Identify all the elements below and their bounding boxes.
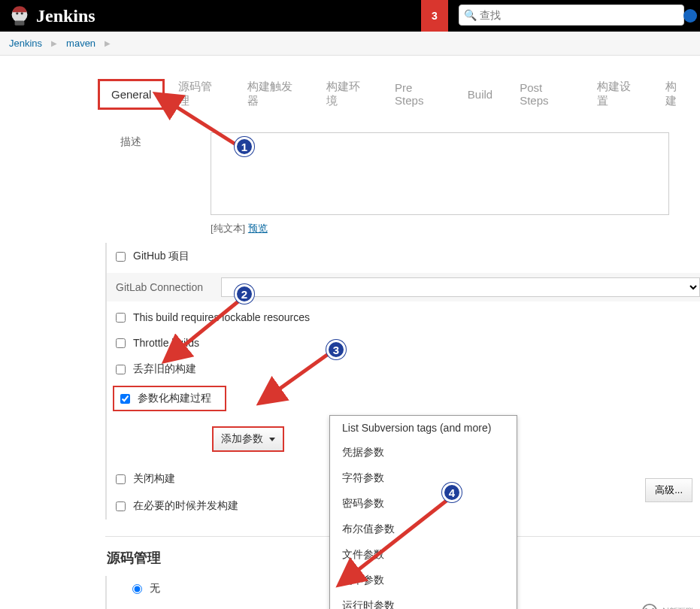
lockable-row[interactable]: This build requires lockable resources [107, 304, 700, 330]
tab-post[interactable]: Post Steps [506, 72, 583, 116]
topbar: Jenkins 3 🔍 [0, 0, 700, 32]
jenkins-icon [8, 4, 32, 28]
callout-3: 3 [326, 340, 346, 359]
breadcrumb-item-jenkins[interactable]: Jenkins [9, 38, 42, 49]
breadcrumb: Jenkins ▶ maven ▶ [0, 32, 700, 56]
watermark: 创新互联 [641, 603, 694, 609]
user-icon[interactable] [683, 9, 697, 23]
tab-pre[interactable]: Pre Steps [381, 72, 454, 116]
description-textarea[interactable] [211, 132, 669, 215]
param-menu-item[interactable]: 凭据参数 [330, 440, 517, 465]
jenkins-logo[interactable]: Jenkins [8, 4, 95, 28]
callout-1: 1 [235, 137, 254, 156]
param-menu-item[interactable]: 运行时参数 [330, 593, 517, 609]
tab-triggers[interactable]: 构建触发器 [234, 71, 313, 117]
gitlab-connection-select[interactable] [221, 277, 700, 297]
config-tabs: General 源码管理 构建触发器 构建环境 Pre Steps Build … [90, 71, 700, 117]
chevron-right-icon: ▶ [51, 39, 57, 47]
parameterized-checkbox[interactable] [120, 394, 130, 404]
plaintext-row: [纯文本] 预览 [211, 222, 700, 235]
throttle-row[interactable]: Throttle builds [107, 330, 700, 356]
callout-4: 4 [442, 483, 462, 502]
watermark-icon [641, 603, 658, 609]
svg-point-12 [643, 604, 656, 609]
notification-badge[interactable]: 3 [421, 0, 448, 32]
chevron-right-icon: ▶ [105, 39, 111, 47]
search-input[interactable] [480, 9, 675, 21]
description-row: 描述 [纯文本] 预览 [120, 132, 700, 235]
tab-build[interactable]: Build [454, 79, 506, 110]
scm-none-radio[interactable] [132, 584, 142, 594]
param-menu-item[interactable]: 字符参数 [330, 465, 517, 491]
param-menu-item[interactable]: 文本参数 [330, 568, 517, 593]
github-project-checkbox[interactable] [116, 252, 126, 262]
github-project-row[interactable]: GitHub 项目 [107, 243, 700, 270]
discard-old-row[interactable]: 丢弃旧的构建 [107, 356, 700, 383]
caret-down-icon [269, 438, 275, 441]
tab-scm[interactable]: 源码管理 [165, 71, 233, 117]
svg-point-3 [21, 12, 23, 14]
description-label: 描述 [120, 132, 211, 149]
breadcrumb-item-maven[interactable]: maven [66, 38, 95, 49]
svg-rect-1 [15, 20, 25, 25]
concurrent-build-checkbox[interactable] [116, 501, 126, 511]
preview-link[interactable]: 预览 [248, 223, 268, 234]
tab-env[interactable]: 构建环境 [313, 71, 381, 117]
parameterized-row[interactable]: 参数化构建过程 [113, 386, 226, 411]
lockable-checkbox[interactable] [116, 313, 126, 323]
topbar-title: Jenkins [36, 6, 95, 26]
search-box[interactable]: 🔍 [459, 5, 684, 26]
tab-settings[interactable]: 构建设置 [583, 71, 652, 117]
discard-old-checkbox[interactable] [116, 365, 126, 374]
advanced-button[interactable]: 高级... [645, 478, 692, 502]
param-menu-item[interactable]: 密码参数 [330, 491, 517, 517]
add-parameter-button[interactable]: 添加参数 [212, 426, 284, 452]
close-build-checkbox[interactable] [116, 474, 126, 484]
search-icon: 🔍 [464, 9, 477, 21]
param-menu-item[interactable]: 布尔值参数 [330, 517, 517, 542]
tab-general[interactable]: General [98, 79, 165, 110]
add-parameter-menu: List Subversion tags (and more) 凭据参数 字符参… [329, 415, 517, 609]
throttle-checkbox[interactable] [116, 338, 126, 348]
gitlab-connection-row: GitLab Connection [107, 273, 700, 301]
svg-point-2 [16, 12, 18, 14]
param-menu-item[interactable]: 文件参数 [330, 542, 517, 568]
callout-2: 2 [235, 284, 254, 304]
tab-more[interactable]: 构建 [652, 71, 700, 117]
param-menu-item[interactable]: List Subversion tags (and more) [330, 416, 517, 440]
